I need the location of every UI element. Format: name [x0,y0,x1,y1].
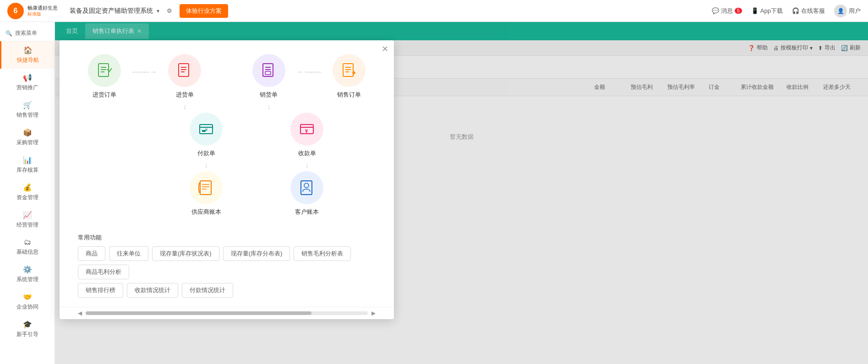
online-service-label: 在线客服 [801,7,825,15]
scroll-left-btn[interactable]: ◀ [78,310,82,316]
arrow-down-row: ↓ ↓ [78,103,376,111]
system-icon: ⚙️ [23,265,32,274]
flow-node-receipt: ¥ 收款单 [275,113,339,158]
scroll-thumb [86,311,311,315]
supplier-ledger-circle[interactable] [190,171,223,204]
func-btn-payment-stats[interactable]: 付款情况统计 [182,283,233,298]
func-btn-product-profit[interactable]: 商品毛利分析 [78,265,129,279]
flow-row-1: 进货订单 ------→ 进货单 [78,54,376,99]
payment-circle[interactable]: ¥ [190,113,223,146]
flow-node-supplier-ledger: 供应商账本 [174,171,238,216]
sidebar-item-sales[interactable]: 🛒 销售管理 [0,96,55,124]
arrow-down-pb: ↓ [158,103,212,111]
experience-btn[interactable]: 体验行业方案 [180,4,228,18]
avatar: 👤 [834,5,847,17]
sidebar-item-label-quick-nav: 快捷导航 [17,56,39,64]
sale-bill-circle[interactable] [252,54,285,87]
finance-icon: 💰 [23,183,32,192]
sidebar-item-label-inventory: 库存核算 [16,166,38,174]
header-right: 💬 消息 5 📱 App下载 🎧 在线客服 👤 用户 [712,5,861,17]
flow-node-sale-order: 销售订单 [322,54,376,99]
quick-nav-icon: 🏠 [23,46,33,54]
flow-node-sale-bill: 销货单 [242,54,295,99]
func-btn-product[interactable]: 商品 [78,246,105,261]
arrow-down-row2: ↓ ↓ [78,161,376,169]
message-badge: 5 [735,8,742,14]
operations-icon: 📈 [23,211,32,219]
func-btns-row1: 商品 往来单位 现存量(库存状况表) 现存量(库存分布表) 销售毛利分析表 商品… [78,246,376,279]
receipt-label: 收款单 [298,149,316,158]
scroll-bar-area: ◀ ▶ [60,307,394,319]
flow-row-3: 供应商账本 客户账本 [78,171,376,216]
online-service-btn[interactable]: 🎧 在线客服 [792,7,825,15]
system-dropdown-btn[interactable]: ▾ [157,8,159,14]
app-download-icon: 📱 [751,7,759,14]
system-title-text: 装备及固定资产辅助管理系统 [70,7,153,15]
sidebar-item-enterprise[interactable]: 🤝 企业协同 [0,288,55,315]
modal-overlay[interactable]: ✕ 进货订单 [55,22,868,364]
settings-icon-btn[interactable]: ⚙ [163,5,176,17]
sidebar-item-finance[interactable]: 💰 资金管理 [0,179,55,206]
purchase-icon: 📦 [23,128,32,137]
top-header: 6 畅康通好生意 标准版 装备及固定资产辅助管理系统 ▾ ⚙ 体验行业方案 💬 … [0,0,868,22]
sidebar-item-label-enterprise: 企业协同 [16,303,38,311]
func-btn-stock-status[interactable]: 现存量(库存状况表) [152,246,219,261]
sidebar-item-purchase[interactable]: 📦 采购管理 [0,124,55,151]
logo-icon: 6 [7,3,24,19]
arrow-down-sb: ↓ [242,103,295,111]
sales-icon: 🛒 [23,101,32,109]
message-icon: 💬 [712,7,719,14]
sidebar-item-label-system: 系统管理 [16,276,38,283]
customer-ledger-circle[interactable] [290,171,323,204]
purchase-bill-circle[interactable] [168,54,201,87]
supplier-ledger-label: 供应商账本 [191,208,221,216]
sidebar-item-label-marketing: 营销推广 [16,84,38,92]
sidebar-item-quick-nav[interactable]: 🏠 快捷导航 [0,41,55,69]
func-btn-partner[interactable]: 往来单位 [109,246,148,261]
sidebar-item-marketing[interactable]: 📢 营销推广 [0,69,55,96]
search-menu-btn[interactable]: 🔍 搜索菜单 [0,26,55,41]
search-icon: 🔍 [5,30,12,37]
purchase-order-label: 进货订单 [93,91,116,99]
flow-modal: ✕ 进货订单 [60,40,394,319]
app-download-btn[interactable]: 📱 App下载 [751,7,783,15]
sidebar-item-label-basic: 基础信息 [16,248,38,256]
receipt-circle[interactable]: ¥ [290,113,323,146]
app-download-label: App下载 [760,7,783,15]
sidebar-item-label-newuser: 新手引导 [16,331,38,338]
svg-point-29 [304,183,309,188]
scroll-track[interactable] [86,311,368,315]
sidebar-item-label-operations: 经营管理 [16,221,38,229]
online-service-icon: 🎧 [792,7,799,14]
scroll-right-btn[interactable]: ▶ [371,310,376,316]
sidebar-item-operations[interactable]: 📈 经营管理 [0,206,55,234]
func-btn-stock-dist[interactable]: 现存量(库存分布表) [223,246,290,261]
sale-bill-label: 销货单 [260,91,278,99]
sidebar-item-basic[interactable]: 🗂 基础信息 [0,234,55,261]
message-btn[interactable]: 💬 消息 5 [712,7,742,15]
modal-close-btn[interactable]: ✕ [382,45,388,53]
flow-diagram: 进货订单 ------→ 进货单 [60,40,394,229]
sidebar-item-newuser[interactable]: 🎓 新手引导 [0,315,55,343]
flow-node-purchase-bill: 进货单 [158,54,212,99]
sidebar: 🔍 搜索菜单 🏠 快捷导航 📢 营销推广 🛒 销售管理 📦 采购管理 📊 库存核… [0,22,55,364]
customer-ledger-label: 客户账本 [295,208,319,216]
flow-node-purchase-order: 进货订单 [78,54,131,99]
basic-icon: 🗂 [24,238,31,246]
flow-node-customer-ledger: 客户账本 [275,171,339,216]
user-label: 用户 [849,7,861,15]
func-btn-sales-rank[interactable]: 销售排行榜 [78,283,123,298]
sidebar-item-label-sales: 销售管理 [16,111,38,119]
func-btn-sales-profit[interactable]: 销售毛利分析表 [294,246,351,261]
common-functions-area: 常用功能 商品 往来单位 现存量(库存状况表) 现存量(库存分布表) 销售毛利分… [60,229,394,307]
inventory-icon: 📊 [23,156,32,164]
enterprise-icon: 🤝 [23,293,32,301]
sidebar-item-inventory[interactable]: 📊 库存核算 [0,151,55,179]
sidebar-item-system[interactable]: ⚙️ 系统管理 [0,261,55,288]
user-area[interactable]: 👤 用户 [834,5,861,17]
message-label: 消息 [721,7,733,15]
sale-order-circle[interactable] [333,54,366,87]
func-btn-receipt-stats[interactable]: 收款情况统计 [127,283,178,298]
newuser-icon: 🎓 [23,320,32,329]
purchase-order-circle[interactable] [88,54,121,87]
